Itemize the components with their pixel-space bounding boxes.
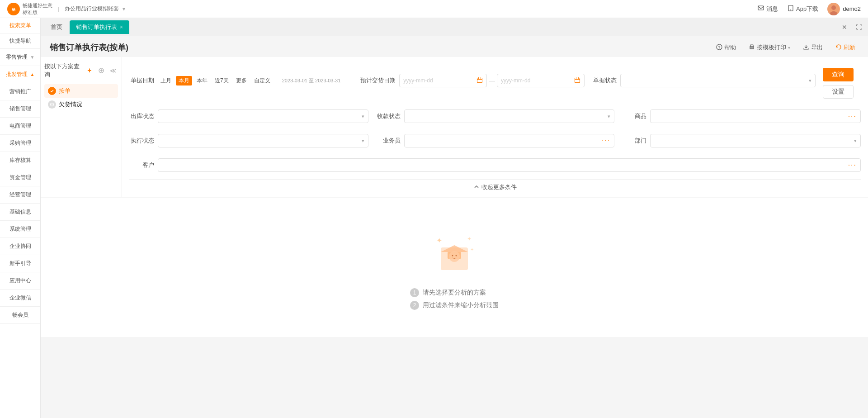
filter-item-byorder[interactable]: 按单 [44,84,118,98]
date-tabs: 上月 本月 本年 近7天 更多 自定义 [158,76,273,86]
filter-field-expected-date: 预计交货日期 yyyy-mm-dd [360,74,584,87]
sidebar-search[interactable]: 搜索菜单 [0,18,40,33]
message-btn[interactable]: 消息 [757,5,778,13]
sidebar-item-purchase[interactable]: 采购管理 [0,135,40,152]
svg-text:✦: ✦ [467,236,472,242]
tab-home[interactable]: 首页 [44,20,69,34]
filter-item-shortage[interactable]: 欠货情况 [44,98,118,111]
date-tab-more[interactable]: 更多 [233,76,250,86]
sidebar-item-operations[interactable]: 经营管理 [0,186,40,204]
app-download-btn[interactable]: App下载 [787,5,818,13]
salesperson-label: 业务员 [376,137,401,145]
page-title: 销售订单执行表(按单) [50,42,128,53]
collapse-filter-btn[interactable]: ≪ [108,66,118,76]
sidebar-item-basic[interactable]: 基础信息 [0,204,40,221]
date-range-expected: yyyy-mm-dd [399,74,584,87]
finance-label: 资金管理 [9,174,31,181]
start-placeholder: yyyy-mm-dd [403,77,433,84]
sidebar-item-marketing[interactable]: 营销推广 [0,83,40,100]
calendar-end-icon [574,77,580,85]
date-tab-lastmonth[interactable]: 上月 [158,76,174,86]
date-separator: — [489,77,495,84]
shipment-select[interactable]: ▾ [158,109,368,123]
order-status-select[interactable]: ▾ [620,74,816,87]
sidebar-item-member[interactable]: 畅会员 [0,307,40,324]
payment-label: 收款状态 [376,112,401,120]
sidebar-item-inventory[interactable]: 库存核算 [0,152,40,169]
tip-number-1: 1 [410,288,419,297]
filter-row-1: 单据日期 上月 本月 本年 近7天 更多 自定义 [129,62,861,99]
payment-select[interactable]: ▾ [404,109,615,123]
breadcrumb: 办公用品行业模拟账套 [65,5,119,13]
sidebar-quick-nav[interactable]: 快捷导航 [0,33,40,49]
shipment-label: 出库状态 [129,112,154,120]
execution-select[interactable]: ▾ [158,134,368,147]
apps-label: 应用中心 [9,277,31,285]
wechat-label: 企业微信 [9,294,31,302]
sidebar-item-sales[interactable]: 销售管理 [0,100,40,118]
tab-close-btn[interactable]: × [120,24,123,30]
enterprise-label: 企业协同 [9,242,31,250]
sidebar-item-guide[interactable]: 新手引导 [0,255,40,272]
basic-label: 基础信息 [9,208,31,216]
page-title-bar: 销售订单执行表(按单) ? 帮助 [41,36,868,57]
breadcrumb-arrow[interactable]: ▾ [123,6,125,12]
marketing-label: 营销推广 [9,88,31,95]
export-btn[interactable]: 导出 [799,42,826,53]
execution-label: 执行状态 [129,137,154,145]
tab-close-window-btn[interactable]: ✕ [839,22,850,33]
tab-sales-order[interactable]: 销售订单执行表 × [70,20,129,34]
svg-point-28 [449,251,460,262]
expected-date-label: 预计交货日期 [360,76,396,85]
avatar [827,3,840,15]
dept-select[interactable]: ▾ [650,134,861,147]
sidebar-item-system[interactable]: 系统管理 [0,221,40,238]
sidebar-item-wechat[interactable]: 企业微信 [0,290,40,307]
sales-label: 销售管理 [9,105,31,113]
header-left: 畅 畅捷通好生意 标准版 | 办公用品行业模拟账套 ▾ [7,2,125,15]
user-area[interactable]: demo2 [827,3,861,15]
filter-wrapper: 按以下方案查询 + ≪ [41,57,868,197]
content-area: 首页 销售订单执行表 × ✕ ⛶ 销售订单执行表(按单) [41,18,868,418]
tab-fullscreen-btn[interactable]: ⛶ [854,22,864,33]
help-btn[interactable]: ? 帮助 [712,42,740,53]
salesperson-select[interactable]: ··· [404,134,615,147]
date-tab-thisyear[interactable]: 本年 [194,76,210,86]
tab-bar: 首页 销售订单执行表 × ✕ ⛶ [41,18,868,36]
operations-label: 经营管理 [9,191,31,199]
sidebar-item-retail[interactable]: 零售管理 ▼ [0,49,40,66]
date-tab-7days[interactable]: 近7天 [212,76,231,86]
empty-illustration: ✦ ✦ ✦ [427,225,481,279]
sidebar-item-ecommerce[interactable]: 电商管理 [0,118,40,135]
expected-date-end[interactable]: yyyy-mm-dd [497,74,585,87]
date-tab-thismonth[interactable]: 本月 [176,76,192,86]
svg-point-29 [452,255,453,256]
query-btn[interactable]: 查询 [823,68,854,81]
collapse-btn[interactable]: 收起更多条件 [129,179,861,195]
message-icon [757,5,764,13]
filter-field-dept: 部门 ▾ [622,134,861,147]
collapse-label: 收起更多条件 [481,183,517,191]
svg-text:✦: ✦ [436,237,442,244]
settings-btn[interactable]: 设置 [823,85,854,99]
tip-text-2: 用过滤条件来缩小分析范围 [423,301,499,309]
refresh-btn[interactable]: 刷新 [832,42,859,53]
customer-select[interactable]: ··· [158,158,861,172]
sidebar-item-enterprise[interactable]: 企业协同 [0,238,40,255]
empty-tip-2: 2 用过滤条件来缩小分析范围 [410,301,499,310]
calendar-start-icon [476,77,483,85]
date-tab-custom[interactable]: 自定义 [251,76,273,86]
empty-tip-1: 1 请先选择要分析的方案 [410,288,499,297]
sidebar-item-finance[interactable]: 资金管理 [0,169,40,186]
add-filter-btn[interactable]: + [85,66,94,76]
sidebar-item-apps[interactable]: 应用中心 [0,272,40,290]
edit-filter-btn[interactable] [96,66,106,76]
query-area: 查询 设置 [823,62,861,99]
sidebar-item-wholesale[interactable]: 批发管理 ▲ [0,66,40,83]
active-tab-label: 销售订单执行表 [76,23,117,31]
expected-date-start[interactable]: yyyy-mm-dd [399,74,487,87]
sidebar: 搜索菜单 快捷导航 零售管理 ▼ 批发管理 ▲ 营销推广 销售管理 电商管理 采… [0,18,41,418]
product-select[interactable]: ··· [650,109,861,123]
filter-left-title: 按以下方案查询 + ≪ [44,62,118,81]
print-btn[interactable]: 按模板打印 ▾ [745,42,794,53]
